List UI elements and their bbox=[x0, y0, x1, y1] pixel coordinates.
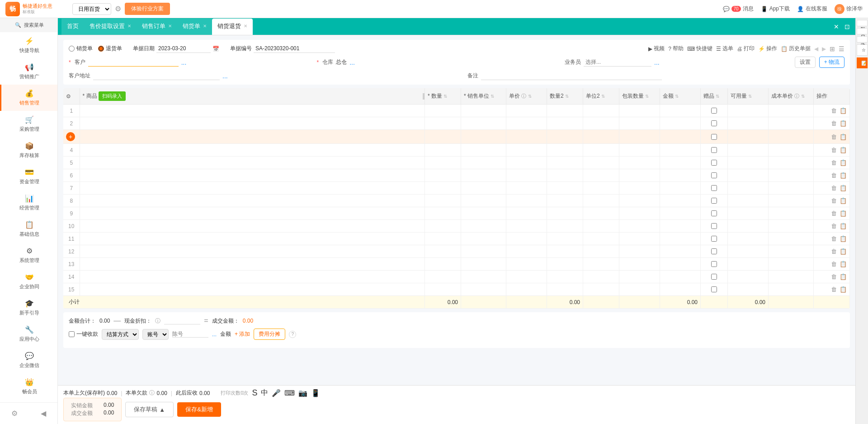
row-copy[interactable]: 📋 bbox=[840, 223, 847, 229]
row-costprice-1[interactable] bbox=[769, 105, 814, 117]
row-delete[interactable]: 🗑 bbox=[831, 248, 837, 255]
num-input[interactable] bbox=[254, 44, 335, 53]
scan-btn[interactable]: 扫码录入 bbox=[99, 91, 126, 101]
sidebar-item-marketing[interactable]: 📢 营销推广 bbox=[0, 58, 57, 85]
date-input[interactable] bbox=[156, 44, 211, 53]
right-panel-btn-4[interactable]: ☆ bbox=[857, 44, 868, 56]
tab-price-setting[interactable]: 售价提取设置 ✕ bbox=[84, 19, 137, 35]
video-help[interactable]: ▶ 视频 bbox=[648, 45, 665, 52]
account-dots[interactable]: ... bbox=[212, 331, 217, 338]
row-delete[interactable]: 🗑 bbox=[831, 286, 837, 293]
row-unit2-1[interactable] bbox=[583, 105, 619, 117]
row-copy[interactable]: 📋 bbox=[840, 185, 847, 191]
calc-method-select[interactable]: 结算方式 bbox=[102, 329, 139, 340]
history-item[interactable]: 📋 历史单据 bbox=[781, 45, 811, 52]
select-item[interactable]: ☰ 选单 bbox=[716, 45, 733, 52]
row-product-1[interactable] bbox=[80, 105, 425, 117]
add-payment-btn[interactable]: + 添加 bbox=[235, 330, 250, 338]
radio-sale-input[interactable] bbox=[69, 46, 75, 52]
sidebar-item-operation[interactable]: 📊 经营管理 bbox=[0, 190, 57, 216]
customer-input[interactable] bbox=[88, 58, 179, 67]
row-unit-1[interactable] bbox=[461, 105, 506, 117]
shortcut-item[interactable]: ⌨ 快捷键 bbox=[687, 45, 712, 52]
row-delete-2[interactable]: 🗑 bbox=[831, 120, 837, 127]
tab-sales-order[interactable]: 销售订单 ✕ bbox=[137, 19, 177, 35]
row-unit-2[interactable] bbox=[461, 117, 506, 130]
sidebar-item-sales[interactable]: 💰 销售管理 bbox=[0, 85, 57, 111]
salesperson-input[interactable] bbox=[584, 58, 651, 67]
sidebar-item-inventory[interactable]: 📦 库存核算 bbox=[0, 137, 57, 163]
print-item[interactable]: 🖨 打印 bbox=[737, 45, 755, 52]
radio-return-input[interactable] bbox=[98, 46, 104, 52]
radio-return[interactable]: 退货单 bbox=[98, 45, 122, 52]
gift-check-1[interactable] bbox=[711, 108, 717, 114]
row-delete[interactable]: 🗑 bbox=[831, 235, 837, 242]
row-copy[interactable]: 📋 bbox=[840, 210, 847, 217]
product-input-1[interactable] bbox=[83, 108, 422, 114]
logistics-btn[interactable]: + 物流 bbox=[819, 57, 844, 68]
row-costprice-2[interactable] bbox=[769, 117, 814, 130]
row-unit-3[interactable] bbox=[461, 130, 506, 144]
row-delete[interactable]: 🗑 bbox=[831, 210, 837, 217]
gift-check-3[interactable] bbox=[711, 134, 717, 140]
sidebar-collapse-btn[interactable]: ◀ bbox=[38, 406, 49, 420]
camera-icon[interactable]: 📷 bbox=[298, 389, 307, 397]
account-num-input[interactable] bbox=[172, 331, 208, 338]
row-delete[interactable]: 🗑 bbox=[831, 147, 837, 153]
row-qty2-1[interactable] bbox=[547, 105, 583, 117]
calendar-icon[interactable]: 📅 bbox=[212, 46, 219, 52]
row-product-3[interactable] bbox=[80, 130, 425, 144]
row-delete[interactable]: 🗑 bbox=[831, 185, 837, 191]
row-price-3[interactable] bbox=[506, 130, 547, 144]
row-copy[interactable]: 📋 bbox=[840, 159, 847, 166]
row-delete-3[interactable]: 🗑 bbox=[831, 133, 837, 140]
price-info-icon[interactable]: ⓘ bbox=[521, 93, 526, 99]
remark-input[interactable] bbox=[481, 71, 662, 80]
add-row-cell[interactable]: + bbox=[63, 130, 80, 144]
add-row-btn[interactable]: + bbox=[66, 132, 75, 141]
setting-btn[interactable]: 设置 bbox=[795, 57, 816, 68]
account-select[interactable]: 账号 bbox=[142, 329, 169, 340]
sougou-icon[interactable]: S bbox=[252, 388, 257, 398]
right-panel-btn-2[interactable]: 日 bbox=[857, 28, 868, 34]
radio-sale[interactable]: 销货单 bbox=[69, 45, 93, 52]
row-costprice-3[interactable] bbox=[769, 130, 814, 144]
tab-sales[interactable]: 销货单 ✕ bbox=[177, 19, 212, 35]
expand-tab-btn[interactable]: ⊡ bbox=[843, 21, 852, 32]
row-amount-2[interactable] bbox=[660, 117, 701, 130]
row-delete[interactable]: 🗑 bbox=[831, 172, 837, 179]
row-gift-2[interactable] bbox=[701, 117, 728, 130]
row-qty-1[interactable] bbox=[425, 105, 461, 117]
discount-info-icon[interactable]: ⓘ bbox=[155, 317, 160, 325]
row-delete[interactable]: 🗑 bbox=[831, 197, 837, 204]
address-dots[interactable]: ... bbox=[222, 72, 228, 80]
operate-item[interactable]: ⚡ 操作 bbox=[758, 45, 777, 52]
row-gift-1[interactable] bbox=[701, 105, 728, 117]
one-click-check[interactable] bbox=[69, 331, 75, 337]
row-qty2-2[interactable] bbox=[547, 117, 583, 130]
sidebar-settings-btn[interactable]: ⚙ bbox=[9, 406, 20, 420]
row-qty-3[interactable] bbox=[425, 130, 461, 144]
row-qty-2[interactable] bbox=[425, 117, 461, 130]
salesperson-dots[interactable]: ... bbox=[654, 59, 660, 66]
row-copy[interactable]: 📋 bbox=[840, 147, 847, 153]
row-copy[interactable]: 📋 bbox=[840, 261, 847, 267]
list-view-icon[interactable]: ☰ bbox=[839, 45, 844, 52]
tab-sales-order-close[interactable]: ✕ bbox=[168, 24, 172, 29]
once-owed-icon[interactable]: ⓘ bbox=[149, 389, 155, 397]
row-amount-1[interactable] bbox=[660, 105, 701, 117]
row-delete-1[interactable]: 🗑 bbox=[831, 107, 837, 114]
tab-sales-return[interactable]: 销货退货 ✕ bbox=[212, 19, 253, 35]
user-item[interactable]: 徐 徐泽华 bbox=[835, 4, 863, 14]
row-copy-1[interactable]: 📋 bbox=[840, 107, 847, 114]
voice-icon[interactable]: 🎤 bbox=[272, 389, 281, 397]
address-input[interactable] bbox=[93, 71, 220, 80]
sidebar-item-quick-nav[interactable]: ⚡ 快捷导航 bbox=[0, 32, 57, 58]
sidebar-item-enterprise[interactable]: 🤝 企业协同 bbox=[0, 268, 57, 295]
tab-home[interactable]: 首页 bbox=[61, 19, 84, 35]
row-delete[interactable]: 🗑 bbox=[831, 223, 837, 229]
sidebar-item-appstore[interactable]: 🔧 应用中心 bbox=[0, 321, 57, 347]
row-copy[interactable]: 📋 bbox=[840, 248, 847, 255]
row-packqty-3[interactable] bbox=[619, 130, 660, 144]
row-delete[interactable]: 🗑 bbox=[831, 261, 837, 267]
